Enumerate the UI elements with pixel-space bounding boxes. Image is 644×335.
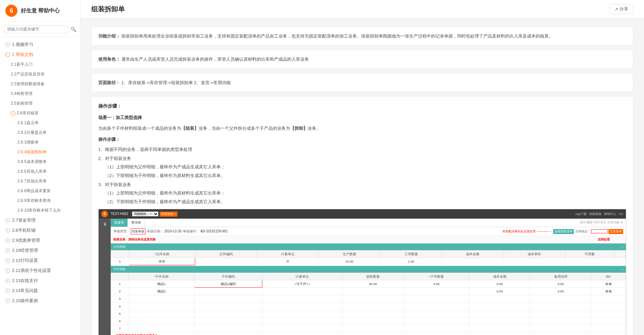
intro-section: 功能介绍： 组装拆卸单用来处理企业组装或拆卸等加工业务，支持有固定装配清单的产品… xyxy=(91,26,633,46)
sidebar-item-stockdiff[interactable]: 2.6.2分量盘点单 xyxy=(0,128,80,137)
ss-upper-header: 父件明细 ↕ xyxy=(111,243,626,250)
screenshot-container: 6 TEST-H002 同期期间：一 同期更新一 App下载 初级指南 帮助中心… xyxy=(98,209,626,335)
ss-nav-icons: App下载 初级指南 帮助中心 CC xyxy=(575,211,623,217)
ss-child-unit xyxy=(262,288,342,295)
ss-col-header: 计量单位 xyxy=(257,250,319,258)
steps-section: 操作步骤： 场景一：加工类型选择 当由多个子件材料组装成一个成品的业务为【组装】… xyxy=(91,96,633,335)
sidebar-item-stocktake[interactable]: 2.6.1盘点单 xyxy=(0,118,80,128)
sidebar-item-purchase[interactable]: 2.5采购管理 xyxy=(0,99,80,108)
ss-cost-unit xyxy=(503,258,565,265)
ss-child-qty xyxy=(404,288,469,295)
sidebar-item-docs[interactable]: − 2.帮助文档 xyxy=(0,50,80,60)
ss-loss-qty xyxy=(342,288,404,295)
ss-upper-actions: ↕ xyxy=(622,244,624,249)
expand-icon: + xyxy=(5,298,10,303)
sidebar-item-transfer[interactable]: 2.6.3调拨单 xyxy=(0,137,80,147)
logo-bar: 6 好生意 帮助中心 xyxy=(0,0,80,22)
sidebar-item-customize[interactable]: + 2.12系统个性化设置 xyxy=(0,266,80,276)
share-button[interactable]: ↗ 分享 xyxy=(609,4,633,14)
ss-child-name: 物品1 xyxy=(129,280,195,288)
sidebar-item-inventory[interactable]: − 2.6库存核算 xyxy=(0,108,80,118)
ss-tab-create[interactable]: 新建单 xyxy=(111,219,128,227)
sidebar-item-otherinbound[interactable]: 2.6.6其他入库单 xyxy=(0,167,80,176)
sidebar-item-cases[interactable]: + 2.15操作案例 xyxy=(0,296,80,306)
sidebar-item-sales[interactable]: 2.4销售管理 xyxy=(0,89,80,99)
path-label: 页面路径： xyxy=(98,80,120,85)
ss-col-header xyxy=(614,250,626,258)
sidebar-item-goodscost[interactable]: 2.6.8商品成本重算 xyxy=(0,186,80,196)
ss-row-actions xyxy=(614,258,626,265)
ss-bom-button[interactable]: 选择装配清单 xyxy=(553,229,574,234)
ss-parent-name: 米米 xyxy=(129,258,195,265)
sidebar-item-assembly[interactable]: 2.6.4组装拆卸单 xyxy=(0,147,80,157)
expand-icon: + xyxy=(5,278,10,283)
ss-nav-guide: 初级指南 xyxy=(589,211,601,217)
ss-col-header: 成本金额 xyxy=(469,273,530,280)
ss-nav-help: 帮助中心 xyxy=(604,211,616,217)
ss-row-num: 1 xyxy=(111,280,129,288)
step-2: 2、对于组装业务 xyxy=(98,155,626,162)
ss-col-header: 子件编码 xyxy=(194,273,262,280)
op-steps-title: 操作步骤： xyxy=(98,102,626,110)
table-row: 7 xyxy=(111,325,626,332)
ss-toolbar-area: 同期期间：一 同期更新一 xyxy=(132,212,573,217)
sidebar: 6 好生意 帮助中心 🔍 + 1.视频学习 − 2.帮助文档 2.1新手入门 2… xyxy=(0,0,80,335)
ss-upper-table: *父件名称 父件编码 计量单位 生产数量 工序数量 成本金额 成本单价 可用量 xyxy=(111,250,626,265)
ss-type-switch-row: 组装业务、拆卸业务在这里切换 启用处理 xyxy=(111,236,626,243)
sidebar-item-stockerror[interactable]: 2.6.10库存账本错了么办 xyxy=(0,206,80,215)
ss-confirm-btn[interactable]: 立发发布 xyxy=(608,229,623,234)
ss-child-cost: 0.00 xyxy=(469,280,530,288)
sidebar-item-data[interactable]: 2.3使用前数据准备 xyxy=(0,79,80,89)
ss-dropdown[interactable]: 同期期间：一 xyxy=(132,212,158,216)
sidebar-item-coupon[interactable]: + 2.9优惠券管理 xyxy=(0,235,80,245)
sidebar-item-ops[interactable]: + 2.10经营管理 xyxy=(0,245,80,256)
ss-lower-header: 子件明细 ↕ xyxy=(111,266,626,273)
ss-lower-actions: ↕ xyxy=(622,267,624,272)
sidebar-item-stockquery[interactable]: 2.6.9库存账本查询 xyxy=(0,196,80,206)
search-icon[interactable]: 🔍 xyxy=(70,26,76,32)
sidebar-item-install[interactable]: 2.2产品安装及登录 xyxy=(0,69,80,79)
ss-enable-input[interactable] xyxy=(591,229,608,233)
expand-icon: + xyxy=(5,268,10,273)
sidebar-item-finance[interactable]: + 2.7资金管理 xyxy=(0,215,80,225)
scene1-desc: 当由多个子件材料组装成一个成品的业务为【组装】业务，当由一个父件拆分成多个子产品… xyxy=(98,124,626,132)
ss-header: 6 TEST-H002 同期期间：一 同期更新一 App下载 初级指南 帮助中心… xyxy=(99,209,626,219)
ss-col-header: *父件名称 xyxy=(129,250,195,258)
sidebar-item-video[interactable]: + 1.视频学习 xyxy=(0,40,80,50)
search-input[interactable] xyxy=(4,25,68,33)
sidebar-item-faq[interactable]: + 2.14常见问题 xyxy=(0,286,80,296)
sidebar-item-costadj[interactable]: 2.6.5成本调整单 xyxy=(0,157,80,167)
sidebar-item-mobile[interactable]: + 2.8手机旺铺 xyxy=(0,225,80,235)
sidebar-item-otheroutbound[interactable]: 2.6.7其他出库单 xyxy=(0,176,80,186)
ss-row-num: 1 xyxy=(111,258,129,265)
ss-child-code: 物品1编码 xyxy=(194,280,262,288)
ss-upper-title: 父件明细 xyxy=(113,244,125,249)
ss-type-annotation: 组装业务、拆卸业务在这里切换 xyxy=(113,237,156,242)
sidebar-item-print[interactable]: + 2.11打印设置 xyxy=(0,256,80,266)
ss-enable-annotation: 启用处理 xyxy=(598,237,610,242)
sidebar-item-payment[interactable]: + 2.13在线支付 xyxy=(0,276,80,286)
ss-loss-qty: 30.00 xyxy=(342,280,404,288)
table-row: 1 米米 片 10.00 1.00 xyxy=(111,258,626,265)
path-text: 1、库存核算->库存管理->组装拆卸单 2、首页->常用功能 xyxy=(121,80,231,85)
ss-col-header: 计量单位 xyxy=(262,273,342,280)
ss-child-note: 0.00 xyxy=(530,280,591,288)
step-1: 1、根据不同的业务，选择不同单据的类型来处理 xyxy=(98,146,626,153)
ss-nav-avatar: CC xyxy=(619,211,623,217)
ss-child-action: ⊞ ⊠ xyxy=(591,288,626,295)
ss-tab-query[interactable]: 查询单 xyxy=(128,219,145,227)
ss-refresh-btn[interactable]: 同期更新一 xyxy=(160,212,177,217)
nav-label: 2.帮助文档 xyxy=(12,52,33,58)
table-row: 5 xyxy=(111,310,626,317)
ss-field-label: 单据类型： xyxy=(113,228,130,234)
expand-icon: + xyxy=(5,42,10,47)
ss-col-header xyxy=(111,250,129,258)
ss-child-cost: 0.00 xyxy=(469,288,530,295)
step-2-2: （2）下部明细为子件明细，最终作为原材料生成其它出库单。 xyxy=(98,172,626,179)
ss-child-qty: 4.00 xyxy=(404,280,469,288)
sidebar-item-newbie[interactable]: 2.1新手入门 xyxy=(0,60,80,69)
ss-col-header: 工序数量 xyxy=(380,250,442,258)
ss-enable-label: 启用商品： xyxy=(575,229,590,234)
ss-child-note: 0.00 xyxy=(530,288,591,295)
step-3-1: （1）上部明细为父件明细，最终作为原材料生成其它出库单； xyxy=(98,189,626,197)
